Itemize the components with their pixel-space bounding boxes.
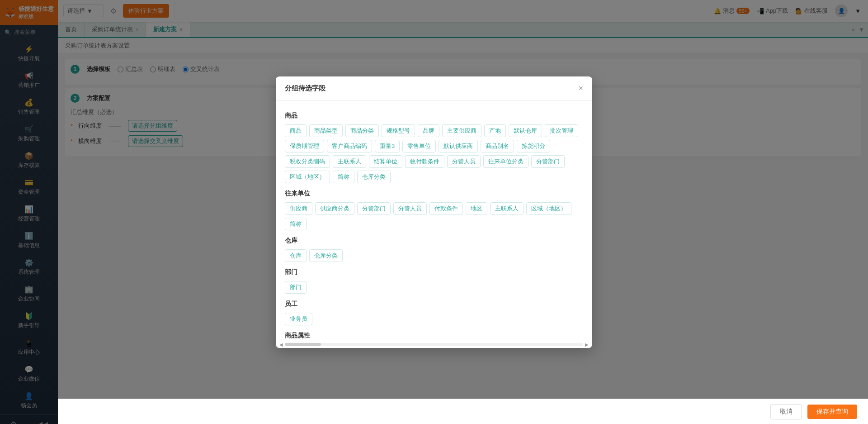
field-partner-supervisor[interactable]: 分管人员: [393, 202, 427, 215]
field-tax-code[interactable]: 税收分类编码: [285, 155, 330, 168]
section-partner-title: 往来单位: [285, 190, 583, 198]
field-supplier-category[interactable]: 供应商分类: [315, 202, 354, 215]
field-department[interactable]: 部门: [285, 281, 307, 294]
field-region-product[interactable]: 区域（地区）: [285, 171, 330, 183]
hscroll-left-btn[interactable]: ◀: [278, 342, 285, 347]
field-customer-code[interactable]: 客户商品编码: [327, 140, 372, 152]
field-dept[interactable]: 分管部门: [531, 155, 565, 168]
hscroll-right-btn[interactable]: ▶: [583, 342, 590, 347]
hscroll-thumb[interactable]: [285, 343, 321, 346]
cancel-button[interactable]: 取消: [770, 404, 802, 419]
section-product-attr-title: 商品属性: [285, 332, 583, 340]
section-department-fields: 部门: [285, 281, 583, 294]
field-short-name-partner[interactable]: 简称: [285, 218, 307, 230]
field-shelf-life[interactable]: 保质期管理: [285, 140, 324, 152]
field-product[interactable]: 商品: [285, 124, 307, 137]
field-main-contact-partner[interactable]: 主联系人: [490, 202, 524, 215]
section-partner-fields: 供应商 供应商分类 分管部门 分管人员 付款条件 地区 主联系人 区域（地区） …: [285, 202, 583, 230]
field-district[interactable]: 地区: [466, 202, 487, 215]
field-salesperson[interactable]: 业务员: [285, 313, 312, 325]
field-product-category[interactable]: 商品分类: [345, 124, 379, 137]
field-partner-dept[interactable]: 分管部门: [357, 202, 391, 215]
field-partner-category[interactable]: 往来单位分类: [483, 155, 528, 168]
field-default-supplier[interactable]: 默认供应商: [439, 140, 478, 152]
field-retail-unit[interactable]: 零售单位: [402, 140, 436, 152]
section-department-title: 部门: [285, 268, 583, 276]
field-warehouse-category-product[interactable]: 仓库分类: [357, 171, 391, 183]
field-warehouse-category[interactable]: 仓库分类: [309, 249, 343, 262]
field-supplier[interactable]: 供应商: [285, 202, 312, 215]
field-default-warehouse[interactable]: 默认仓库: [509, 124, 542, 137]
field-main-supplier[interactable]: 主要供应商: [442, 124, 481, 137]
section-employee-fields: 业务员: [285, 313, 583, 325]
field-payment-terms[interactable]: 收付款条件: [405, 155, 444, 168]
dialog-hscroll: ◀ ▶: [276, 341, 592, 348]
field-product-alias[interactable]: 商品别名: [481, 140, 514, 152]
section-employee-title: 员工: [285, 300, 583, 308]
field-batch-mgmt[interactable]: 批次管理: [545, 124, 578, 137]
section-product-fields: 商品 商品类型 商品分类 规格型号 品牌 主要供应商 产地 默认仓库 批次管理 …: [285, 124, 583, 183]
field-main-contact[interactable]: 主联系人: [333, 155, 366, 168]
field-pick-points[interactable]: 拣货积分: [517, 140, 550, 152]
section-warehouse-title: 仓库: [285, 237, 583, 245]
field-settlement-unit[interactable]: 结算单位: [369, 155, 402, 168]
section-warehouse-fields: 仓库 仓库分类: [285, 249, 583, 262]
field-brand[interactable]: 品牌: [418, 124, 439, 137]
field-supervisor[interactable]: 分管人员: [447, 155, 481, 168]
field-origin[interactable]: 产地: [484, 124, 506, 137]
section-product-title: 商品: [285, 112, 583, 120]
footer-bar: 取消 保存并查询: [58, 399, 868, 424]
field-select-dialog: 分组待选字段 × 商品 商品 商品类型 商品分类 规格型号 品牌 主要供应商 产…: [276, 76, 592, 348]
field-weight3[interactable]: 重量3: [375, 140, 400, 152]
dialog-title: 分组待选字段: [285, 84, 326, 93]
field-region-partner[interactable]: 区域（地区）: [526, 202, 571, 215]
dialog-header: 分组待选字段 ×: [276, 76, 592, 101]
hscroll-track: [285, 343, 583, 346]
field-spec-model[interactable]: 规格型号: [382, 124, 415, 137]
field-product-type[interactable]: 商品类型: [309, 124, 343, 137]
field-short-name-product[interactable]: 简称: [333, 171, 354, 183]
field-payment-condition[interactable]: 付款条件: [429, 202, 463, 215]
field-warehouse[interactable]: 仓库: [285, 249, 307, 262]
dialog-body: 商品 商品 商品类型 商品分类 规格型号 品牌 主要供应商 产地 默认仓库 批次…: [276, 101, 592, 341]
dialog-close-btn[interactable]: ×: [578, 84, 583, 93]
save-query-button[interactable]: 保存并查询: [807, 405, 857, 419]
